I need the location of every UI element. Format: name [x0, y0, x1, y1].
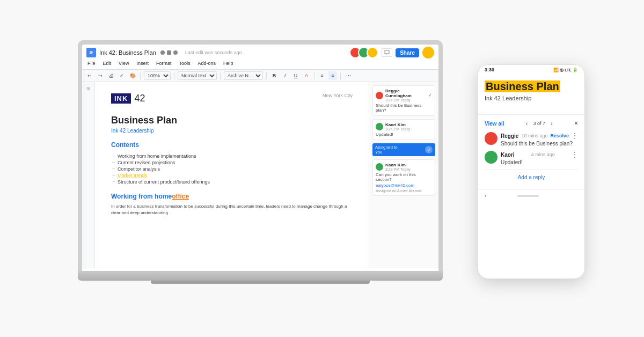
phone-nav-count: 3 of 7 [533, 121, 545, 126]
checkmark-icon: ✓ [428, 93, 432, 98]
italic-button[interactable]: I [281, 71, 289, 80]
phone-close-button[interactable]: × [574, 120, 578, 127]
phone-bottom-bar: ‹ [478, 189, 584, 202]
assigned-text: Assigned toYou [375, 145, 398, 155]
share-button[interactable]: Share [396, 48, 419, 57]
docs-left-sidebar: ⊞ [82, 82, 95, 268]
docs-title: Ink 42: Business Plan [99, 49, 156, 56]
comment-3-link[interactable]: ealyoce@ink42.com [376, 183, 432, 188]
phone-more-icon-2[interactable]: ⋮ [572, 151, 578, 158]
docs-comments-panel: Reggie Cunningham 3:24 PM Today ✓ Should… [369, 82, 438, 268]
menu-tools[interactable]: Tools [178, 60, 191, 67]
comment-3-text: Can you work on this section? [376, 172, 432, 182]
phone-resolve-button[interactable]: Resolve [550, 133, 569, 138]
redo-button[interactable]: ↪ [96, 71, 105, 80]
doc-logo: INK 42 [111, 93, 145, 104]
comment-1-author: Reggie Cunningham [385, 89, 426, 98]
comment-card-1: Reggie Cunningham 3:24 PM Today ✓ Should… [372, 85, 435, 116]
bold-button[interactable]: B [270, 71, 279, 80]
comment-2-author: Kaori Kim [385, 122, 411, 127]
avatar-group [349, 47, 378, 58]
assigned-badge: Assigned toYou ✓ [372, 143, 435, 156]
phone-comment-2-header: Kaori 4 mins ago ⋮ [501, 151, 578, 158]
style-select[interactable]: Normal text [178, 71, 217, 80]
phone-comments-section: View all ‹ 3 of 7 › × Reggie [478, 114, 584, 189]
menu-edit[interactable]: Edit [102, 60, 113, 67]
phone-view-all-label[interactable]: View all [485, 121, 504, 127]
docs-title-bar: Ink 42: Business Plan Last edit was seco… [86, 47, 434, 58]
zoom-select[interactable]: 100% [144, 71, 171, 80]
undo-button[interactable]: ↩ [85, 71, 94, 80]
docs-content: ⊞ INK 42 New York City Business Plan [82, 82, 438, 268]
docs-header: Ink 42: Business Plan Last edit was seco… [82, 45, 438, 70]
align-left-button[interactable]: ≡ [318, 71, 326, 80]
svg-rect-2 [90, 52, 93, 53]
phone-home-indicator[interactable] [517, 195, 539, 197]
docs-menu-bar: File Edit View Insert Format Tools Add-o… [86, 60, 434, 67]
phone-more-icon[interactable]: ⋮ [572, 132, 578, 140]
logo-ink-text: INK [111, 93, 131, 104]
more-options-button[interactable]: ⋯ [344, 71, 353, 80]
assigned-check-icon[interactable]: ✓ [425, 146, 433, 153]
lte-icon: LTE [565, 68, 572, 72]
phone-status-bar: 3:30 📶 ◎ LTE 🔋 [478, 65, 584, 75]
avatar-user3 [367, 47, 378, 58]
toolbar-sep-1 [140, 72, 141, 79]
text-color-button[interactable]: A [302, 71, 311, 80]
menu-addons[interactable]: Add-ons [196, 60, 217, 67]
phone-doc-subtitle: Ink 42 Leadership [485, 95, 578, 101]
phone-comment-1-header: Reggie 10 mins ago Resolve ⋮ [501, 132, 578, 140]
phone-doc-title: Business Plan [485, 80, 560, 92]
menu-view[interactable]: View [118, 60, 130, 67]
phone-add-reply[interactable]: Add a reply [485, 170, 578, 185]
menu-help[interactable]: Help [222, 60, 235, 67]
comment-1-meta: Reggie Cunningham 3:24 PM Today [385, 89, 426, 102]
docs-title-icons [160, 50, 178, 55]
phone-comment-1: Reggie 10 mins ago Resolve ⋮ Should this… [485, 132, 578, 146]
menu-insert[interactable]: Insert [135, 60, 150, 67]
phone-next-button[interactable]: › [547, 119, 556, 128]
laptop: Ink 42: Business Plan Last edit was seco… [78, 40, 443, 292]
print-button[interactable]: 🖨 [107, 71, 115, 80]
comment-1-avatar [376, 92, 383, 99]
phone-comment-1-avatar [485, 132, 497, 145]
comment-card-2: Kaori Kim 3:26 PM Today Updated! [372, 119, 435, 140]
spellcheck-button[interactable]: ✓ [118, 71, 126, 80]
list-item-4: Market trends [111, 172, 353, 179]
phone-comment-1-body: Reggie 10 mins ago Resolve ⋮ Should this… [501, 132, 578, 146]
list-item-3: Competitor analysis [111, 166, 353, 172]
phone-doc-content: Business Plan Ink 42 Leadership [478, 75, 584, 114]
comment-3-header: Kaori Kim 3:28 PM Today [376, 163, 432, 171]
align-center-button[interactable]: ≡ [328, 71, 337, 80]
menu-format[interactable]: Format [155, 60, 173, 67]
toolbar-sep-4 [266, 72, 267, 79]
paint-button[interactable]: 🎨 [128, 71, 137, 80]
cloud-icon [173, 50, 178, 55]
phone-nav: ‹ 3 of 7 › [522, 119, 556, 128]
user-avatar[interactable] [422, 47, 434, 58]
font-select[interactable]: Archive N... [224, 71, 263, 80]
phone-time: 3:30 [485, 67, 494, 72]
docs-main-content[interactable]: INK 42 New York City Business Plan Ink 4… [95, 82, 369, 268]
doc-location-text: New York City [323, 93, 353, 98]
doc-title: Business Plan [111, 115, 353, 126]
comment-2-text: Updated! [376, 132, 432, 137]
underline-button[interactable]: U [291, 71, 300, 80]
doc-paragraph: In order for a business transformation t… [111, 203, 353, 216]
folder-icon[interactable] [167, 50, 171, 55]
comment-3-assignee: Assigned on Aimee Abrams [376, 189, 432, 193]
section-heading-highlight: office [172, 193, 189, 200]
comment-2-time: 3:26 PM Today [385, 127, 411, 131]
phone-comment-2: Kaori 4 mins ago ⋮ Updated! [485, 151, 578, 165]
toolbar-sep-2 [174, 72, 174, 79]
star-icon[interactable] [160, 50, 165, 55]
laptop-foot [151, 281, 370, 284]
menu-file[interactable]: File [86, 60, 97, 67]
logo-number-text: 42 [134, 93, 145, 104]
laptop-screen-outer: Ink 42: Business Plan Last edit was seco… [78, 40, 443, 271]
phone-back-arrow[interactable]: ‹ [485, 193, 486, 199]
toolbar-sep-5 [314, 72, 314, 79]
phone-prev-button[interactable]: ‹ [522, 119, 531, 128]
phone-comment-2-time: 4 mins ago [531, 152, 555, 157]
comments-toggle[interactable] [382, 48, 392, 57]
